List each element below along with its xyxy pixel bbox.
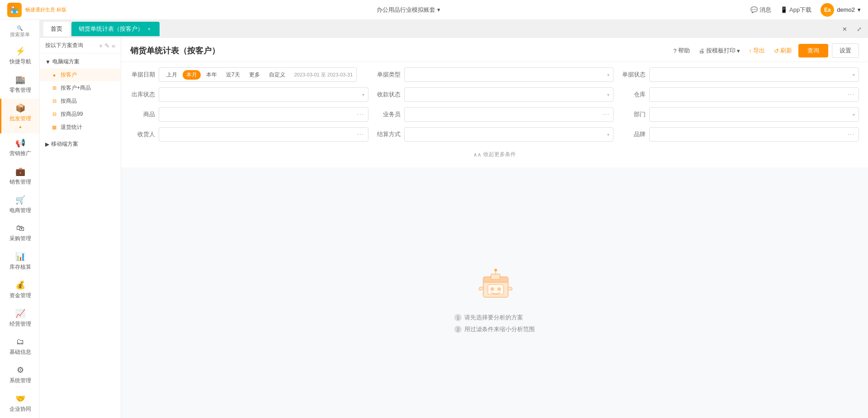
date-tab-last-month[interactable]: 上月 — [163, 69, 181, 81]
svg-point-6 — [497, 287, 501, 291]
scheme-item-return[interactable]: ▦ 退货统计 — [40, 121, 121, 134]
filter-row-4: 收货人 ··· 结算方式 ▾ — [130, 127, 859, 142]
company-arrow-icon: ▾ — [437, 6, 440, 13]
sidebar-item-marketing[interactable]: 📢 营销推广 — [0, 133, 39, 162]
sidebar-item-system[interactable]: ⚙ 系统管理 — [0, 361, 39, 389]
empty-tip-2: 2 用过滤条件来缩小分析范围 — [454, 325, 535, 333]
marketing-icon: 📢 — [15, 138, 25, 148]
scheme-item-product99[interactable]: ⊟ 按商品99 — [40, 108, 121, 121]
salesperson-label: 业务员 — [376, 110, 401, 119]
filter-warehouse-block: 仓库 ··· — [621, 87, 859, 102]
date-tab-current-month[interactable]: 本月 — [183, 70, 201, 80]
scheme-collapse-button[interactable]: « — [112, 42, 115, 49]
date-tab-more[interactable]: 更多 — [245, 69, 264, 81]
salesperson-dots-icon: ··· — [602, 110, 609, 119]
salesperson-input[interactable]: ··· — [404, 107, 614, 122]
settlement-input[interactable]: ▾ — [404, 127, 614, 142]
department-input[interactable]: ▾ — [649, 107, 859, 122]
product-input[interactable]: ··· — [159, 107, 368, 122]
warehouse-input[interactable]: ··· — [649, 87, 859, 102]
sidebar-item-basic[interactable]: 🗂 基础信息 — [0, 332, 39, 361]
order-type-arrow-icon: ▾ — [607, 72, 609, 77]
sidebar-item-quick-nav-label: 快捷导航 — [9, 58, 31, 66]
department-arrow-icon: ▾ — [853, 112, 855, 117]
refresh-label: 刷新 — [780, 47, 792, 55]
filter-row-2: 出库状态 ▾ 收款状态 ▾ — [130, 87, 859, 102]
scheme-add-button[interactable]: + — [99, 42, 103, 49]
query-button[interactable]: 查询 — [798, 44, 828, 57]
receiver-input[interactable]: ··· — [159, 127, 368, 142]
scheme-desktop-arrow-icon: ▼ — [45, 59, 51, 65]
sidebar-item-ecommerce[interactable]: 🛒 电商管理 — [0, 190, 39, 219]
export-button[interactable]: ↑ 导出 — [746, 45, 768, 57]
department-label: 部门 — [621, 110, 646, 119]
user-menu[interactable]: Ea demo2 ▾ — [821, 3, 861, 17]
scheme-edit-button[interactable]: ✎ — [104, 42, 110, 49]
sidebar-item-quick-nav[interactable]: ⚡ 快捷导航 — [0, 42, 39, 70]
date-tab-7days[interactable]: 近7天 — [222, 69, 244, 81]
stock-input[interactable]: ▾ — [159, 87, 368, 102]
sidebar-operation-label: 经营管理 — [9, 320, 31, 328]
sidebar-item-enterprise[interactable]: 🤝 企业协同 — [0, 389, 39, 418]
tip1-number: 1 — [454, 314, 462, 321]
help-label: 帮助 — [678, 47, 690, 55]
date-tab-current-year[interactable]: 本年 — [203, 69, 221, 81]
logo-icon: 🏪 — [7, 3, 22, 17]
order-status-input[interactable]: ▾ — [649, 67, 859, 82]
order-type-input[interactable]: ▾ — [404, 67, 614, 82]
collapse-label: 收起更多条件 — [483, 151, 516, 158]
maximize-icon: ⤢ — [857, 26, 862, 33]
payment-input[interactable]: ▾ — [404, 87, 614, 102]
settings-button[interactable]: 设置 — [832, 43, 859, 58]
filter-row-3: 商品 ··· 业务员 ··· — [130, 107, 859, 122]
date-range-input[interactable]: 上月 本月 本年 近7天 更多 自定义 2023-03-01 至 2023-03… — [159, 67, 357, 82]
maximize-button[interactable]: ⤢ — [854, 24, 864, 34]
tab-sales-stats[interactable]: 销货单统计表（按客户） × — [71, 22, 160, 36]
close-window-button[interactable]: ✕ — [839, 24, 850, 34]
scheme-mobile-group-header[interactable]: ▶ 移动端方案 — [40, 138, 121, 151]
enterprise-icon: 🤝 — [15, 394, 25, 404]
filter-payment-block: 收款状态 ▾ — [376, 87, 614, 102]
receiver-label: 收货人 — [130, 130, 155, 138]
operation-icon: 📈 — [15, 309, 25, 318]
svg-rect-4 — [488, 285, 504, 294]
sidebar-item-purchase[interactable]: 🛍 采购管理 — [0, 219, 39, 247]
scheme-desktop-label: 电脑端方案 — [52, 58, 80, 66]
sidebar-marketing-label: 营销推广 — [9, 150, 31, 157]
print-button[interactable]: 🖨 按模板打印 ▾ — [696, 45, 743, 57]
scheme-item-customer-product[interactable]: ⊞ 按客户+商品 — [40, 81, 121, 95]
sidebar-item-sales[interactable]: 💼 销售管理 — [0, 162, 39, 190]
filter-receiver-block: 收货人 ··· — [130, 127, 368, 142]
tab-close-button[interactable]: × — [146, 26, 152, 32]
help-button[interactable]: ? 帮助 — [670, 45, 692, 57]
sidebar-ecommerce-label: 电商管理 — [9, 207, 31, 214]
date-tab-custom[interactable]: 自定义 — [265, 69, 289, 81]
sidebar-item-wholesale[interactable]: 📦 批发管理 ▲ — [0, 99, 39, 133]
sidebar-item-retail[interactable]: 🏬 零售管理 — [0, 70, 39, 99]
app-download-button[interactable]: 📱 App下载 — [780, 6, 811, 14]
scheme-item-product[interactable]: ⊟ 按商品 — [40, 95, 121, 108]
company-select[interactable]: 办公用品行业模拟账套 ▾ — [377, 6, 440, 14]
svg-rect-9 — [478, 287, 483, 290]
scheme-desktop-group-header[interactable]: ▼ 电脑端方案 — [40, 55, 121, 68]
search-menu[interactable]: 🔍 搜索菜单 — [0, 20, 39, 42]
scheme-mobile-label: 移动端方案 — [51, 140, 78, 148]
sidebar-item-operation[interactable]: 📈 经营管理 — [0, 304, 39, 332]
message-button[interactable]: 💬 消息 — [750, 6, 771, 14]
collapse-up-icon: ∧∧ — [473, 152, 481, 158]
filter-department-block: 部门 ▾ — [621, 107, 859, 122]
tab-home[interactable]: 首页 — [43, 22, 70, 36]
sidebar-item-finance[interactable]: 💰 资金管理 — [0, 276, 39, 304]
sidebar-item-inventory[interactable]: 📊 库存核算 — [0, 247, 39, 276]
scheme-product-label: 按商品 — [61, 97, 77, 105]
filter-order-status-block: 单据状态 ▾ — [621, 67, 859, 82]
refresh-button[interactable]: ↺ 刷新 — [771, 45, 795, 57]
tab-bar: 首页 销货单统计表（按客户） × ✕ ⤢ — [40, 20, 868, 38]
sidebar-wholesale-label: 批发管理 — [9, 115, 31, 123]
scheme-mobile-group: ▶ 移动端方案 — [40, 136, 121, 152]
wholesale-icon: 📦 — [15, 103, 25, 113]
scheme-item-customer[interactable]: ● 按客户 — [40, 68, 121, 81]
collapse-button[interactable]: ∧∧ 收起更多条件 — [130, 147, 859, 162]
page-content: 按以下方案查询 + ✎ « ▼ 电脑端方案 ● — [40, 38, 868, 418]
brand-input[interactable]: ··· — [649, 127, 859, 142]
